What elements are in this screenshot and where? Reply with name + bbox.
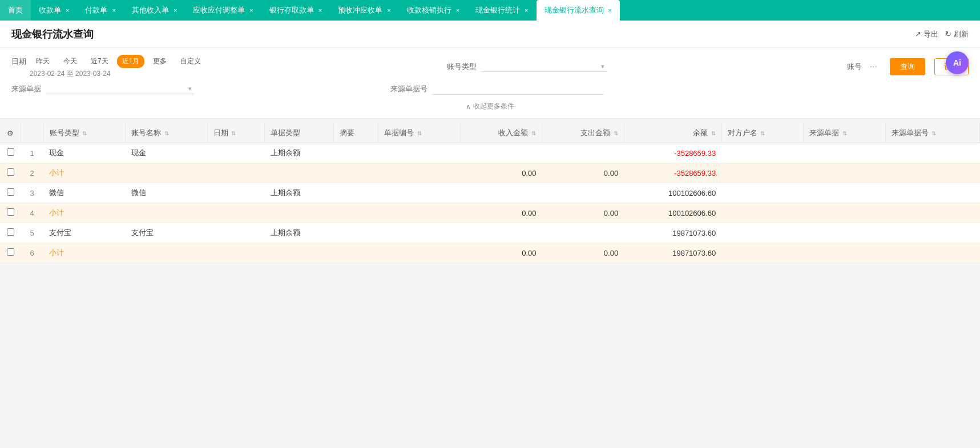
counterpart-cell [721,143,804,163]
close-icon[interactable]: × [525,0,528,21]
col-header-counterpart[interactable]: 对方户名 ⇅ [721,123,804,143]
nav-item-cash-flow[interactable]: 现金银行流水查询× [537,0,620,21]
close-icon[interactable]: × [66,0,69,21]
source-doc-num-input[interactable] [432,83,603,95]
col-header-source_doc[interactable]: 来源单据 ⇅ [804,123,886,143]
collapse-bar[interactable]: ∧ 收起更多条件 [11,99,969,114]
close-icon[interactable]: × [318,0,322,21]
date-option-今天[interactable]: 今天 [58,55,82,68]
date-option-近1月[interactable]: 近1月 [117,55,145,68]
row-select-checkbox[interactable] [7,208,14,216]
table-row: 3微信微信上期余额100102606.60 [0,183,980,203]
chevron-up-icon: ∧ [466,103,471,111]
summary-cell [334,163,378,183]
collapse-label: 收起更多条件 [473,102,514,111]
row-checkbox[interactable] [0,243,21,263]
row-checkbox[interactable] [0,163,21,183]
row-select-checkbox[interactable] [7,228,14,236]
close-icon[interactable]: × [112,0,115,21]
account-name-cell [126,243,208,263]
doc-type-cell: 上期余额 [265,183,334,203]
account-dots-button[interactable]: ··· [866,62,881,72]
close-icon[interactable]: × [174,0,177,21]
data-table: ⚙账号类型 ⇅账号名称 ⇅日期 ⇅单据类型摘要单据编号 ⇅收入金额 ⇅支出金额 … [0,123,980,263]
refresh-button[interactable]: ↻ 刷新 [945,29,969,39]
row-select-checkbox[interactable] [7,248,14,256]
balance-cell: -3528659.33 [624,163,721,183]
nav-item-payment[interactable]: 付款单× [77,0,123,21]
chevron-down-icon-2: ▾ [188,85,192,92]
row-select-checkbox[interactable] [7,148,14,156]
col-header-account_name[interactable]: 账号名称 ⇅ [126,123,208,143]
source-doc-cell [804,223,886,243]
nav-item-cash-stats[interactable]: 现金银行统计× [467,0,536,21]
row-select-checkbox[interactable] [7,188,14,196]
page-title: 现金银行流水查询 [11,27,94,41]
query-button[interactable]: 查询 [890,58,925,75]
col-header-expense[interactable]: 支出金额 ⇅ [542,123,624,143]
date-option-昨天[interactable]: 昨天 [31,55,55,68]
ai-badge[interactable]: Ai [946,51,969,74]
row-checkbox[interactable] [0,203,21,223]
col-header-account_type[interactable]: 账号类型 ⇅ [43,123,126,143]
col-header-source_doc_num[interactable]: 来源单据号 ⇅ [885,123,979,143]
col-header-doc_num[interactable]: 单据编号 ⇅ [378,123,460,143]
expense-cell: 0.00 [542,243,624,263]
balance-cell: 100102606.60 [624,203,721,223]
row-number: 1 [21,143,43,163]
sort-icon: ⇅ [614,130,618,136]
summary-cell [334,223,378,243]
source-doc-num-cell [885,243,979,263]
export-button[interactable]: ↗ 导出 [915,29,938,39]
date-option-近7天[interactable]: 近7天 [86,55,114,68]
close-icon[interactable]: × [456,0,459,21]
row-checkbox[interactable] [0,143,21,163]
nav-item-receipt[interactable]: 收款单× [31,0,77,21]
expense-cell: 0.00 [542,163,624,183]
row-checkbox[interactable] [0,223,21,243]
col-header-date[interactable]: 日期 ⇅ [207,123,264,143]
row-checkbox[interactable] [0,183,21,203]
expense-cell [542,183,624,203]
col-header-income[interactable]: 收入金额 ⇅ [460,123,542,143]
nav-item-bank-deposit[interactable]: 银行存取款单× [261,0,330,21]
source-doc-cell [804,183,886,203]
source-doc-cell [804,243,886,263]
account-type-select[interactable]: ▾ [481,62,607,72]
balance-cell: 100102606.60 [624,183,721,203]
col-header-balance[interactable]: 余额 ⇅ [624,123,721,143]
source-doc-select[interactable]: ▾ [46,84,194,94]
nav-item-ar-ap-adjust[interactable]: 应收应付调整单× [185,0,261,21]
counterpart-cell [721,243,804,263]
income-cell: 0.00 [460,163,542,183]
account-type-cell: 小计 [43,163,126,183]
nav-item-home[interactable]: 首页 [0,0,31,21]
close-icon[interactable]: × [249,0,253,21]
doc-type-cell: 上期余额 [265,143,334,163]
sort-icon: ⇅ [417,130,422,136]
close-icon[interactable]: × [387,0,390,21]
account-type-cell: 小计 [43,243,126,263]
account-type-cell: 现金 [43,143,126,163]
date-option-自定义[interactable]: 自定义 [175,55,206,68]
nav-item-prepayment[interactable]: 预收冲应收单× [330,0,398,21]
date-option-更多[interactable]: 更多 [148,55,172,68]
doc-num-cell [378,143,460,163]
date-cell [207,203,264,223]
sort-icon: ⇅ [842,130,847,136]
top-nav: 首页收款单×付款单×其他收入单×应收应付调整单×银行存取款单×预收冲应收单×收款… [0,0,980,21]
nav-item-other-income[interactable]: 其他收入单× [124,0,185,21]
account-type-cell: 支付宝 [43,223,126,243]
source-doc-num-cell [885,223,979,243]
nav-item-writeoff[interactable]: 收款核销执行× [399,0,467,21]
source-doc-label: 来源单据 [11,84,41,94]
col-header-summary: 摘要 [334,123,378,143]
row-select-checkbox[interactable] [7,168,14,176]
close-icon[interactable]: × [608,0,612,21]
col-header-row_num [21,123,43,143]
date-cell [207,223,264,243]
source-doc-num-cell [885,203,979,223]
filter-row-2: 来源单据 ▾ 来源单据号 [11,83,969,95]
counterpart-cell [721,203,804,223]
table-row: 5支付宝支付宝上期余额19871073.60 [0,223,980,243]
